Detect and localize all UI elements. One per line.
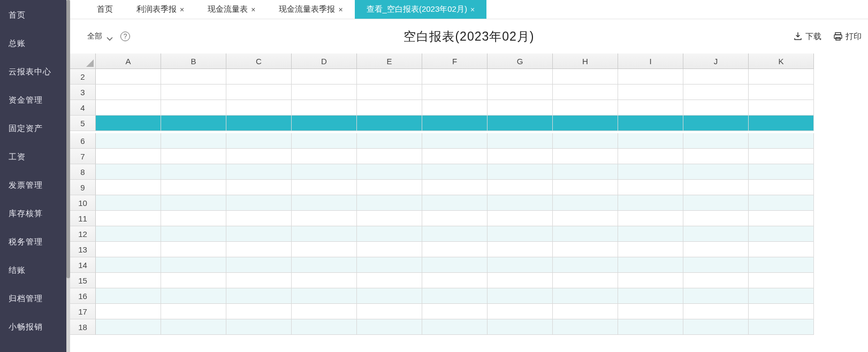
tab-profit-quarterly[interactable]: 利润表季报 × xyxy=(125,0,196,19)
sidebar-item-invoice[interactable]: 发票管理 xyxy=(0,171,70,200)
cell[interactable] xyxy=(749,149,814,164)
cell[interactable] xyxy=(553,100,618,116)
cell[interactable] xyxy=(553,273,618,288)
cell[interactable] xyxy=(553,288,618,304)
cell[interactable] xyxy=(618,164,683,180)
cell[interactable] xyxy=(161,304,226,319)
download-button[interactable]: 下载 xyxy=(793,32,821,42)
cell[interactable] xyxy=(683,273,749,288)
cell[interactable] xyxy=(292,195,357,211)
cell[interactable] xyxy=(553,242,618,257)
row-header[interactable]: 13 xyxy=(70,242,96,257)
sidebar-item-fixed-assets[interactable]: 固定资产 xyxy=(0,114,70,143)
cell[interactable] xyxy=(161,273,226,288)
cell[interactable] xyxy=(683,195,749,211)
cell[interactable] xyxy=(618,288,683,304)
spreadsheet[interactable]: ABCDEFGHIJK23456789101112131415161718 xyxy=(70,53,868,352)
cell[interactable] xyxy=(357,319,422,335)
cell[interactable] xyxy=(357,226,422,242)
cell[interactable] xyxy=(683,100,749,116)
row-header[interactable]: 9 xyxy=(70,180,96,195)
sidebar-item-tax[interactable]: 税务管理 xyxy=(0,228,70,256)
cell[interactable] xyxy=(292,69,357,85)
cell[interactable] xyxy=(292,319,357,335)
sidebar-item-cloud-report[interactable]: 云报表中心 xyxy=(0,58,70,86)
cell[interactable] xyxy=(96,242,161,257)
cell[interactable] xyxy=(96,195,161,211)
cell[interactable] xyxy=(161,133,226,149)
cell[interactable] xyxy=(161,226,226,242)
cell[interactable] xyxy=(488,242,553,257)
cell[interactable] xyxy=(683,180,749,195)
row-header[interactable]: 4 xyxy=(70,100,96,116)
help-icon[interactable]: ? xyxy=(120,32,130,41)
cell[interactable] xyxy=(749,180,814,195)
cell[interactable] xyxy=(96,116,161,131)
column-header[interactable]: D xyxy=(292,53,357,69)
cell[interactable] xyxy=(422,85,488,100)
cell[interactable] xyxy=(749,273,814,288)
cell[interactable] xyxy=(749,195,814,211)
cell[interactable] xyxy=(357,180,422,195)
column-header[interactable]: I xyxy=(618,53,683,69)
cell[interactable] xyxy=(488,319,553,335)
cell[interactable] xyxy=(226,164,292,180)
cell[interactable] xyxy=(683,116,749,131)
cell[interactable] xyxy=(422,133,488,149)
cell[interactable] xyxy=(226,273,292,288)
cell[interactable] xyxy=(553,69,618,85)
row-header[interactable]: 8 xyxy=(70,164,96,180)
sidebar-item-inventory[interactable]: 库存核算 xyxy=(0,200,70,228)
cell[interactable] xyxy=(488,288,553,304)
cell[interactable] xyxy=(422,273,488,288)
tab-cashflow[interactable]: 现金流量表 × xyxy=(196,0,267,19)
cell[interactable] xyxy=(618,304,683,319)
column-header[interactable]: E xyxy=(357,53,422,69)
cell[interactable] xyxy=(357,273,422,288)
cell[interactable] xyxy=(292,304,357,319)
cell[interactable] xyxy=(357,85,422,100)
cell[interactable] xyxy=(292,288,357,304)
cell[interactable] xyxy=(749,242,814,257)
column-header[interactable]: H xyxy=(553,53,618,69)
row-header[interactable]: 6 xyxy=(70,133,96,149)
cell[interactable] xyxy=(488,69,553,85)
cell[interactable] xyxy=(553,319,618,335)
cell[interactable] xyxy=(488,133,553,149)
cell[interactable] xyxy=(553,304,618,319)
cell[interactable] xyxy=(226,149,292,164)
cell[interactable] xyxy=(226,226,292,242)
cell[interactable] xyxy=(488,85,553,100)
cell[interactable] xyxy=(749,257,814,273)
cell[interactable] xyxy=(618,242,683,257)
cell[interactable] xyxy=(292,149,357,164)
cell[interactable] xyxy=(96,319,161,335)
cell[interactable] xyxy=(96,257,161,273)
cell[interactable] xyxy=(226,133,292,149)
cell[interactable] xyxy=(357,164,422,180)
cell[interactable] xyxy=(683,242,749,257)
cell[interactable] xyxy=(96,226,161,242)
select-all-corner[interactable] xyxy=(70,53,96,69)
cell[interactable] xyxy=(618,133,683,149)
sidebar-scrollbar[interactable] xyxy=(66,0,70,352)
cell[interactable] xyxy=(226,100,292,116)
cell[interactable] xyxy=(357,100,422,116)
cell[interactable] xyxy=(292,164,357,180)
cell[interactable] xyxy=(618,69,683,85)
sidebar-item-funds[interactable]: 资金管理 xyxy=(0,86,70,114)
cell[interactable] xyxy=(96,149,161,164)
row-header[interactable]: 17 xyxy=(70,304,96,319)
cell[interactable] xyxy=(161,242,226,257)
cell[interactable] xyxy=(292,226,357,242)
tab-cashflow-quarterly[interactable]: 现金流量表季报 × xyxy=(267,0,354,19)
cell[interactable] xyxy=(226,304,292,319)
sidebar-item-closing[interactable]: 结账 xyxy=(0,256,70,285)
tab-home[interactable]: 首页 xyxy=(85,0,125,19)
cell[interactable] xyxy=(357,242,422,257)
cell[interactable] xyxy=(553,85,618,100)
row-header[interactable]: 10 xyxy=(70,195,96,211)
cell[interactable] xyxy=(488,180,553,195)
cell[interactable] xyxy=(96,133,161,149)
cell[interactable] xyxy=(553,211,618,226)
